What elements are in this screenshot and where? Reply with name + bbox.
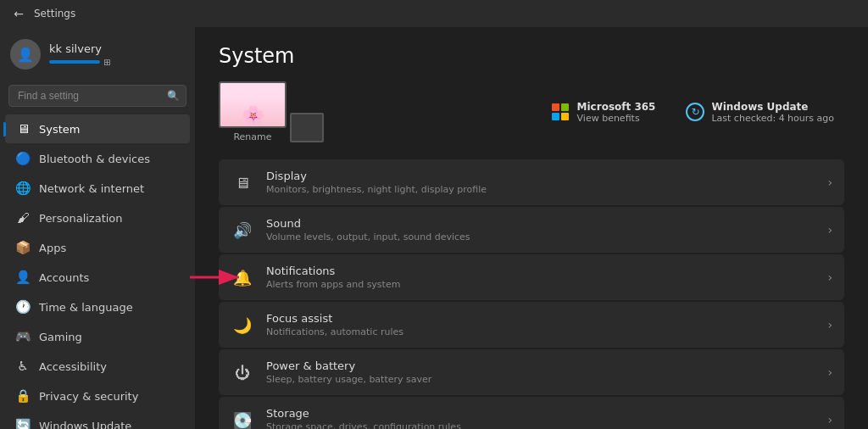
sidebar-item-system[interactable]: 🖥System	[5, 114, 190, 143]
sidebar-item-label-accessibility: Accessibility	[39, 360, 180, 373]
user-profile[interactable]: 👤 kk silvery ⊞	[0, 27, 195, 81]
top-bar: 🌸 Rename Microsoft 3	[219, 81, 844, 142]
display-icon: 🖥	[231, 170, 254, 194]
avatar: 👤	[10, 39, 41, 70]
winupdate-text: Windows Update Last checked: 4 hours ago	[711, 101, 834, 124]
sidebar-item-accessibility[interactable]: ♿Accessibility	[5, 352, 190, 381]
storage-desc: Storage space, drives, configuration rul…	[266, 421, 815, 429]
sidebar-item-label-gaming: Gaming	[39, 331, 180, 343]
settings-item-sound[interactable]: 🔊SoundVolume levels, output, input, soun…	[219, 207, 844, 253]
monitor-tree-art: 🌸	[220, 83, 285, 126]
winupdate-subtitle: Last checked: 4 hours ago	[711, 113, 834, 124]
title-bar: ← Settings	[0, 0, 868, 27]
storage-chevron-icon: ›	[827, 413, 832, 426]
sidebar-item-label-network: Network & internet	[39, 182, 180, 195]
sidebar-item-label-bluetooth: Bluetooth & devices	[39, 153, 180, 165]
sidebar-item-time[interactable]: 🕐Time & language	[5, 292, 190, 321]
ms365-subtitle: View benefits	[577, 113, 656, 124]
display-text: DisplayMonitors, brightness, night light…	[266, 170, 815, 195]
update-nav-icon: 🔄	[15, 418, 31, 429]
power-chevron-icon: ›	[827, 365, 832, 379]
power-icon: ⏻	[231, 360, 254, 384]
sidebar: 👤 kk silvery ⊞ 🔍 🖥System🔵Bluetooth & dev…	[0, 27, 195, 429]
ms365-text: Microsoft 365 View benefits	[577, 101, 656, 124]
sidebar-item-label-privacy: Privacy & security	[39, 390, 180, 403]
sidebar-item-privacy[interactable]: 🔒Privacy & security	[5, 382, 190, 410]
settings-item-storage[interactable]: 💽StorageStorage space, drives, configura…	[219, 397, 844, 429]
accessibility-nav-icon: ♿	[15, 359, 31, 374]
ms365-color-grid	[552, 103, 569, 120]
nav-list: 🖥System🔵Bluetooth & devices🌐Network & in…	[0, 114, 195, 429]
page-title: System	[219, 44, 844, 68]
user-name: kk silvery	[49, 42, 185, 55]
settings-list: 🖥DisplayMonitors, brightness, night ligh…	[219, 159, 844, 429]
sidebar-item-apps[interactable]: 📦Apps	[5, 233, 190, 262]
sound-chevron-icon: ›	[827, 223, 832, 237]
settings-item-power[interactable]: ⏻Power & batterySleep, battery usage, ba…	[219, 349, 844, 395]
ms365-title: Microsoft 365	[577, 101, 656, 113]
sidebar-item-update[interactable]: 🔄Windows Update	[5, 411, 190, 429]
winupdate-widget[interactable]: ↻ Windows Update Last checked: 4 hours a…	[676, 96, 844, 129]
power-desc: Sleep, battery usage, battery saver	[266, 374, 815, 385]
personalization-nav-icon: 🖌	[15, 210, 31, 226]
network-nav-icon: 🌐	[15, 181, 31, 196]
sidebar-item-label-accounts: Accounts	[39, 271, 180, 284]
sidebar-item-accounts[interactable]: 👤Accounts	[5, 263, 190, 292]
search-box: 🔍	[8, 85, 186, 107]
sidebar-item-label-apps: Apps	[39, 242, 180, 254]
user-bar-icon: ⊞	[103, 58, 110, 67]
monitor-main: 🌸	[219, 81, 287, 128]
system-nav-icon: 🖥	[15, 121, 31, 136]
user-bar: ⊞	[49, 58, 185, 67]
focus-title: Focus assist	[266, 312, 815, 325]
main-layout: 👤 kk silvery ⊞ 🔍 🖥System🔵Bluetooth & dev…	[0, 27, 868, 429]
search-input[interactable]	[8, 85, 186, 107]
ms365-widget[interactable]: Microsoft 365 View benefits	[540, 96, 666, 129]
time-nav-icon: 🕐	[15, 299, 31, 315]
monitor-secondary	[290, 113, 324, 142]
gaming-nav-icon: 🎮	[15, 329, 31, 344]
settings-item-display[interactable]: 🖥DisplayMonitors, brightness, night ligh…	[219, 159, 844, 205]
sidebar-item-gaming[interactable]: 🎮Gaming	[5, 322, 190, 351]
focus-text: Focus assistNotifications, automatic rul…	[266, 312, 815, 337]
content-area: System 🌸 Rename	[195, 27, 868, 429]
back-button[interactable]: ←	[10, 5, 27, 22]
storage-icon: 💽	[231, 408, 254, 429]
sidebar-item-label-personalization: Personalization	[39, 212, 180, 225]
sidebar-item-label-time: Time & language	[39, 301, 180, 314]
title-bar-text: Settings	[34, 8, 75, 20]
sidebar-item-network[interactable]: 🌐Network & internet	[5, 174, 190, 203]
sidebar-item-label-system: System	[39, 123, 180, 136]
rename-label: Rename	[233, 131, 271, 142]
focus-chevron-icon: ›	[827, 318, 832, 332]
sound-icon: 🔊	[231, 218, 254, 242]
notifications-text: NotificationsAlerts from apps and system	[266, 265, 815, 290]
power-text: Power & batterySleep, battery usage, bat…	[266, 359, 815, 385]
display-desc: Monitors, brightness, night light, displ…	[266, 184, 815, 195]
notifications-icon: 🔔	[231, 265, 254, 289]
notifications-title: Notifications	[266, 265, 815, 277]
settings-item-focus[interactable]: 🌙Focus assistNotifications, automatic ru…	[219, 302, 844, 348]
display-title: Display	[266, 170, 815, 182]
user-bar-fill	[49, 60, 100, 64]
user-info: kk silvery ⊞	[49, 42, 185, 67]
sidebar-item-personalization[interactable]: 🖌Personalization	[5, 203, 190, 232]
settings-item-notifications[interactable]: 🔔NotificationsAlerts from apps and syste…	[219, 254, 844, 300]
storage-text: StorageStorage space, drives, configurat…	[266, 407, 815, 429]
bluetooth-nav-icon: 🔵	[15, 151, 31, 166]
display-chevron-icon: ›	[827, 176, 832, 189]
focus-desc: Notifications, automatic rules	[266, 326, 815, 337]
ms365-icon	[550, 102, 570, 122]
notifications-desc: Alerts from apps and system	[266, 279, 815, 290]
notifications-chevron-icon: ›	[827, 270, 832, 284]
avatar-icon: 👤	[17, 47, 34, 63]
sidebar-item-bluetooth[interactable]: 🔵Bluetooth & devices	[5, 144, 190, 173]
sidebar-item-label-update: Windows Update	[39, 420, 180, 430]
display-preview: 🌸 Rename	[219, 81, 324, 142]
privacy-nav-icon: 🔒	[15, 388, 31, 404]
winupdate-title: Windows Update	[711, 101, 834, 113]
focus-icon: 🌙	[231, 313, 254, 337]
apps-nav-icon: 📦	[15, 240, 31, 255]
sound-desc: Volume levels, output, input, sound devi…	[266, 231, 815, 242]
accounts-nav-icon: 👤	[15, 270, 31, 285]
